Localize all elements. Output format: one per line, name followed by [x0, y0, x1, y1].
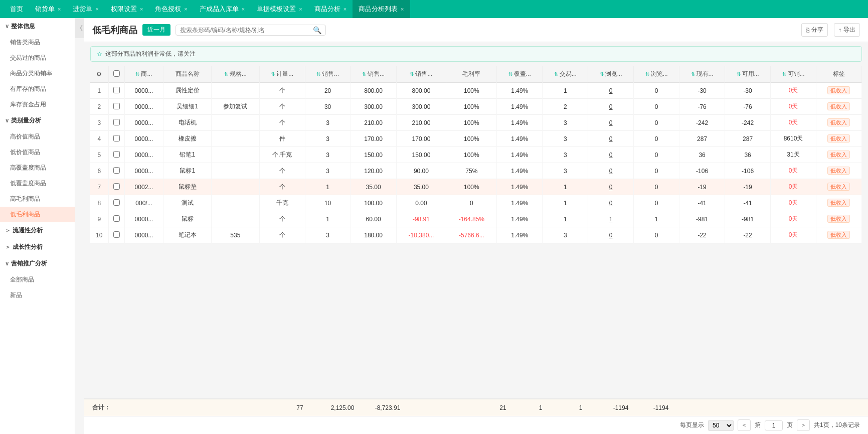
row-gross-10: -5766.6... — [446, 227, 497, 243]
close-analysis-icon[interactable]: × — [343, 6, 346, 12]
per-page-select[interactable]: 50 20 100 — [708, 420, 734, 431]
sidebar-item-in-stock[interactable]: 有库存的商品 — [0, 81, 75, 97]
nav-template-settings[interactable]: 单据模板设置 × — [251, 0, 308, 18]
col-code-header[interactable]: ⇅商... — [124, 66, 163, 83]
row-check-3[interactable] — [113, 119, 120, 125]
nav-product-analysis[interactable]: 商品分析 × — [308, 0, 353, 18]
sidebar-group-category[interactable]: ∨ 类别量分析 — [0, 112, 75, 129]
close-permission-icon[interactable]: × — [140, 6, 143, 12]
sidebar-group-overall[interactable]: ∨ 整体信息 — [0, 18, 75, 35]
sidebar-group-marketing[interactable]: ∨ 营销推广分析 — [0, 255, 75, 272]
sidebar-item-low-gross[interactable]: 低毛利商品 — [0, 207, 75, 222]
close-analysis-list-icon[interactable]: × — [401, 6, 404, 12]
row-check-1[interactable] — [113, 87, 120, 93]
sidebar-collapse-button[interactable]: 《 — [75, 18, 84, 38]
row-browse1-1[interactable]: 0 — [588, 83, 634, 99]
row-browse1-4[interactable]: 0 — [588, 131, 634, 147]
row-check-4[interactable] — [113, 135, 120, 141]
sidebar-item-new-products[interactable]: 新品 — [0, 287, 75, 303]
row-browse1-3[interactable]: 0 — [588, 115, 634, 131]
current-page-input[interactable] — [765, 420, 783, 430]
nav-home[interactable]: 首页 — [4, 0, 29, 18]
row-browse1-9[interactable]: 1 — [588, 211, 634, 227]
col-name-header[interactable]: 商品名称 — [163, 66, 212, 83]
row-checkbox-2[interactable] — [108, 99, 124, 115]
close-sales-order-icon[interactable]: × — [58, 6, 61, 12]
nav-permission-settings[interactable]: 权限设置 × — [105, 0, 149, 18]
period-tab-recent-month[interactable]: 近一月 — [142, 24, 170, 36]
nav-product-inbound[interactable]: 产成品入库单 × — [194, 0, 251, 18]
sidebar-group-growth[interactable]: ＞ 成长性分析 — [0, 239, 75, 255]
col-avail-header[interactable]: ⇅可用... — [725, 66, 771, 83]
close-role-icon[interactable]: × — [184, 6, 187, 12]
row-browse1-7[interactable]: 0 — [588, 179, 634, 195]
sidebar-group-category-label: 类别量分析 — [11, 116, 41, 125]
sidebar-item-low-value[interactable]: 低价值商品 — [0, 144, 75, 160]
search-input[interactable] — [180, 27, 313, 34]
col-sale2-header[interactable]: ⇅销售... — [351, 66, 396, 83]
col-coverage-header[interactable]: ⇅覆盖... — [497, 66, 543, 83]
row-checkbox-3[interactable] — [108, 115, 124, 131]
col-gross-header[interactable]: 毛利率 — [446, 66, 497, 83]
col-sellable-header[interactable]: ⇅可销... — [771, 66, 816, 83]
settings-icon[interactable]: ⚙ — [96, 71, 102, 78]
sidebar-item-high-coverage[interactable]: 高覆盖度商品 — [0, 160, 75, 176]
sidebar-group-circulation[interactable]: ＞ 流通性分析 — [0, 222, 75, 239]
col-stock-header[interactable]: ⇅现有... — [679, 66, 725, 83]
row-check-5[interactable] — [113, 151, 120, 158]
close-inbound-icon[interactable]: × — [242, 6, 245, 12]
search-icon: 🔍 — [313, 26, 321, 34]
sidebar-item-high-value[interactable]: 高价值商品 — [0, 129, 75, 144]
col-trade-header[interactable]: ⇅交易... — [543, 66, 588, 83]
row-check-8[interactable] — [113, 199, 120, 206]
row-gross-3: 100% — [446, 115, 497, 131]
nav-purchase-order[interactable]: 进货单 × — [67, 0, 104, 18]
row-check-6[interactable] — [113, 167, 120, 174]
col-tag-header[interactable]: 标签 — [816, 66, 861, 83]
sidebar-item-high-gross[interactable]: 高毛利商品 — [0, 191, 75, 207]
nav-role-auth[interactable]: 角色授权 × — [149, 0, 193, 18]
row-check-2[interactable] — [113, 103, 120, 109]
col-sale1-header[interactable]: ⇅销售... — [305, 66, 351, 83]
col-sale3-header[interactable]: ⇅销售... — [396, 66, 446, 83]
close-template-icon[interactable]: × — [299, 6, 302, 12]
sidebar-item-capital[interactable]: 库存资金占用 — [0, 97, 75, 112]
sidebar-item-all-products[interactable]: 全部商品 — [0, 272, 75, 287]
nav-sales-order[interactable]: 销货单 × — [29, 0, 67, 18]
share-icon: ⎘ — [806, 27, 809, 34]
close-purchase-order-icon[interactable]: × — [95, 6, 98, 12]
row-checkbox-9[interactable] — [108, 211, 124, 227]
sidebar-item-traded-products[interactable]: 交易过的商品 — [0, 50, 75, 66]
row-check-9[interactable] — [113, 215, 120, 222]
row-browse2-6: 0 — [634, 163, 679, 179]
row-browse1-10[interactable]: 0 — [588, 227, 634, 243]
col-spec-header[interactable]: ⇅规格... — [212, 66, 260, 83]
sidebar-item-low-coverage[interactable]: 低覆盖度商品 — [0, 176, 75, 191]
col-browse2-header[interactable]: ⇅浏览... — [634, 66, 679, 83]
next-page-button[interactable]: ＞ — [797, 419, 810, 431]
row-browse1-5[interactable]: 0 — [588, 147, 634, 163]
product-table: ⚙ ⇅商... 商品名称 ⇅规格... ⇅计量... ⇅销售... ⇅销售...… — [90, 66, 862, 243]
row-checkbox-4[interactable] — [108, 131, 124, 147]
col-unit-header[interactable]: ⇅计量... — [259, 66, 305, 83]
prev-page-button[interactable]: ＜ — [738, 419, 751, 431]
nav-product-analysis-list[interactable]: 商品分析列表 × — [353, 0, 410, 18]
sidebar-item-sales-products[interactable]: 销售类商品 — [0, 35, 75, 50]
row-check-7[interactable] — [113, 183, 120, 190]
share-button[interactable]: ⎘ 分享 — [801, 23, 828, 37]
row-checkbox-6[interactable] — [108, 163, 124, 179]
row-browse1-6[interactable]: 0 — [588, 163, 634, 179]
sidebar-item-category-rate[interactable]: 商品分类助销率 — [0, 66, 75, 81]
export-button[interactable]: ↑ 导出 — [834, 23, 860, 37]
row-checkbox-5[interactable] — [108, 147, 124, 163]
row-check-10[interactable] — [113, 231, 120, 238]
row-checkbox-1[interactable] — [108, 83, 124, 99]
row-browse1-2[interactable]: 0 — [588, 99, 634, 115]
col-browse1-header[interactable]: ⇅浏览... — [588, 66, 634, 83]
row-checkbox-10[interactable] — [108, 227, 124, 243]
share-label: 分享 — [811, 26, 823, 34]
select-all-checkbox[interactable] — [113, 70, 120, 77]
row-checkbox-7[interactable] — [108, 179, 124, 195]
row-checkbox-8[interactable] — [108, 195, 124, 211]
row-browse1-8[interactable]: 0 — [588, 195, 634, 211]
